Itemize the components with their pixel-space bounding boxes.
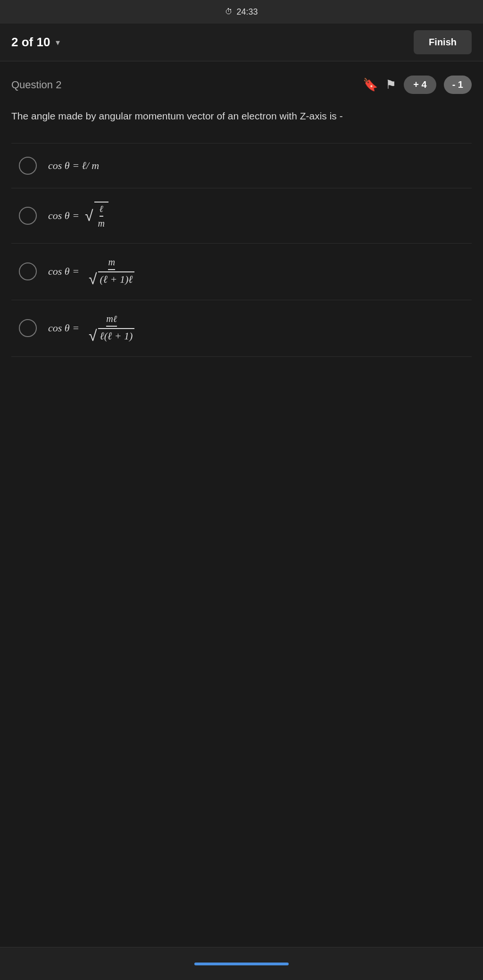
option-b[interactable]: cos θ = √ ℓ m (11, 188, 472, 243)
question-text: The angle made by angular momentum vecto… (11, 108, 412, 124)
score-negative-badge: - 1 (444, 76, 472, 94)
option-a[interactable]: cos θ = ℓ/ m (11, 143, 472, 188)
flag-icon[interactable]: ⚑ (385, 77, 396, 92)
option-c-formula: cos θ = m √ (ℓ + 1)ℓ (48, 257, 140, 287)
option-d[interactable]: cos θ = mℓ √ ℓ(ℓ + 1) (11, 300, 472, 357)
option-a-formula: cos θ = ℓ/ m (48, 160, 99, 172)
status-bar: ⏱ 24:33 (0, 0, 483, 24)
finish-button[interactable]: Finish (414, 30, 472, 54)
clock-icon: ⏱ (225, 8, 233, 16)
nav-indicator (194, 963, 289, 965)
option-d-formula: cos θ = mℓ √ ℓ(ℓ + 1) (48, 313, 140, 343)
radio-b[interactable] (19, 207, 37, 225)
question-header: Question 2 🔖 ⚑ + 4 - 1 (11, 76, 472, 94)
status-time: 24:33 (236, 7, 258, 17)
header-left: 2 of 10 ▾ (11, 35, 60, 50)
options-list: cos θ = ℓ/ m cos θ = √ ℓ m (11, 143, 472, 357)
radio-d[interactable] (19, 319, 37, 337)
sqrt-b: √ ℓ m (85, 202, 108, 230)
sqrt-d: √ ℓ(ℓ + 1) (89, 328, 134, 343)
header: 2 of 10 ▾ Finish (0, 24, 483, 61)
bookmark-icon[interactable]: 🔖 (363, 77, 378, 92)
question-counter[interactable]: 2 of 10 (11, 35, 50, 50)
dropdown-arrow-icon[interactable]: ▾ (56, 37, 60, 48)
radio-c[interactable] (19, 262, 37, 280)
score-positive-badge: + 4 (404, 76, 436, 94)
question-actions: 🔖 ⚑ + 4 - 1 (363, 76, 472, 94)
option-c[interactable]: cos θ = m √ (ℓ + 1)ℓ (11, 243, 472, 300)
content-area: Question 2 🔖 ⚑ + 4 - 1 The angle made by… (0, 61, 483, 371)
sqrt-c: √ (ℓ + 1)ℓ (89, 271, 134, 287)
radio-a[interactable] (19, 157, 37, 175)
bottom-nav (0, 947, 483, 980)
question-label: Question 2 (11, 79, 61, 91)
option-b-formula: cos θ = √ ℓ m (48, 202, 110, 230)
